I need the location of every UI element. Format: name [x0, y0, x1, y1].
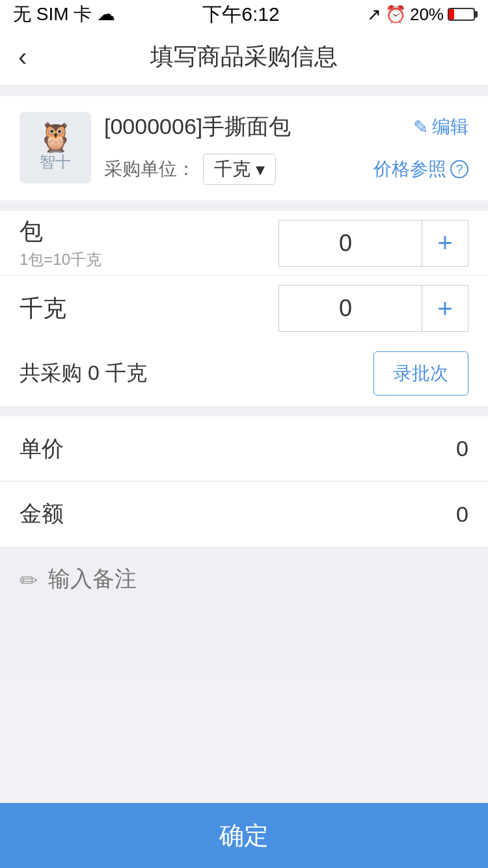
amount-value: 0 — [456, 502, 468, 527]
status-bar: 无 SIM 卡 ☁ 下午6:12 ↗ ⏰ 20% — [0, 0, 488, 29]
thumbnail-label: 智十 — [40, 152, 71, 172]
sim-status: 无 SIM 卡 ☁ — [13, 2, 115, 27]
edit-label: 编辑 — [432, 115, 468, 139]
bag-label-group: 包 1包=10千克 — [20, 216, 124, 270]
bag-plus-button[interactable]: + — [422, 220, 468, 267]
price-ref-button[interactable]: 价格参照 ? — [373, 157, 468, 182]
edit-icon: ✎ — [413, 116, 428, 138]
product-name: [0000006]手撕面包 — [104, 112, 291, 142]
product-thumbnail: 🦉 智十 — [20, 112, 91, 183]
bag-number-input[interactable] — [278, 220, 422, 267]
status-left: 无 SIM 卡 ☁ — [13, 2, 115, 27]
edit-button[interactable]: ✎ 编辑 — [413, 115, 468, 139]
bag-input-row: 包 1包=10千克 + — [0, 211, 488, 276]
price-value: 0 — [456, 436, 468, 461]
kg-controls: + — [278, 285, 468, 332]
batch-button[interactable]: 录批次 — [373, 351, 468, 396]
price-row: 单价 0 — [0, 416, 488, 481]
confirm-button[interactable]: 确定 — [0, 803, 488, 868]
kg-label: 千克 — [20, 293, 124, 325]
remark-section: ✏ — [0, 547, 488, 613]
unit-value: 千克 — [214, 157, 251, 182]
total-text: 共采购 0 千克 — [20, 359, 147, 388]
bag-controls: + — [278, 220, 468, 267]
bag-label: 包 — [20, 216, 124, 248]
unit-label: 采购单位： — [104, 157, 195, 182]
amount-row: 金额 0 — [0, 481, 488, 547]
pencil-icon: ✏ — [20, 567, 38, 593]
amount-label: 金额 — [20, 499, 64, 529]
bottom-spacer — [0, 613, 488, 678]
bag-sub-label: 1包=10千克 — [20, 249, 124, 270]
remark-input[interactable] — [48, 566, 468, 591]
mid-divider-1 — [0, 200, 488, 211]
page-title: 填写商品采购信息 — [150, 41, 338, 73]
price-label: 单价 — [20, 434, 64, 464]
price-ref-label: 价格参照 — [373, 157, 446, 182]
nav-bar: ‹ 填写商品采购信息 — [0, 29, 488, 86]
alarm-icon: ⏰ — [385, 5, 406, 25]
product-info: [0000006]手撕面包 ✎ 编辑 采购单位： 千克 ▾ 价格参照 ? — [104, 112, 468, 185]
help-icon: ? — [450, 160, 468, 178]
kg-number-input[interactable] — [278, 285, 422, 332]
owl-icon: 🦉 — [38, 123, 74, 152]
total-row: 共采购 0 千克 录批次 — [0, 341, 488, 406]
battery-percent: 20% — [410, 5, 444, 25]
unit-row: 采购单位： 千克 ▾ 价格参照 ? — [104, 154, 468, 185]
status-right: ↗ ⏰ 20% — [367, 5, 475, 25]
input-section: 包 1包=10千克 + 千克 + — [0, 211, 488, 341]
battery-icon — [448, 8, 475, 21]
unit-select[interactable]: 千克 ▾ — [203, 154, 276, 185]
status-time: 下午6:12 — [202, 1, 279, 28]
dropdown-icon: ▾ — [256, 159, 265, 180]
kg-plus-button[interactable]: + — [422, 285, 468, 332]
kg-label-group: 千克 — [20, 293, 124, 325]
back-button[interactable]: ‹ — [18, 42, 27, 72]
location-icon: ↗ — [367, 5, 381, 25]
detail-section: 单价 0 金额 0 — [0, 416, 488, 547]
mid-divider-2 — [0, 406, 488, 416]
product-name-row: [0000006]手撕面包 ✎ 编辑 — [104, 112, 468, 142]
kg-input-row: 千克 + — [0, 276, 488, 341]
top-divider — [0, 86, 488, 96]
product-card: 🦉 智十 [0000006]手撕面包 ✎ 编辑 采购单位： 千克 ▾ 价格参照 … — [0, 96, 488, 200]
